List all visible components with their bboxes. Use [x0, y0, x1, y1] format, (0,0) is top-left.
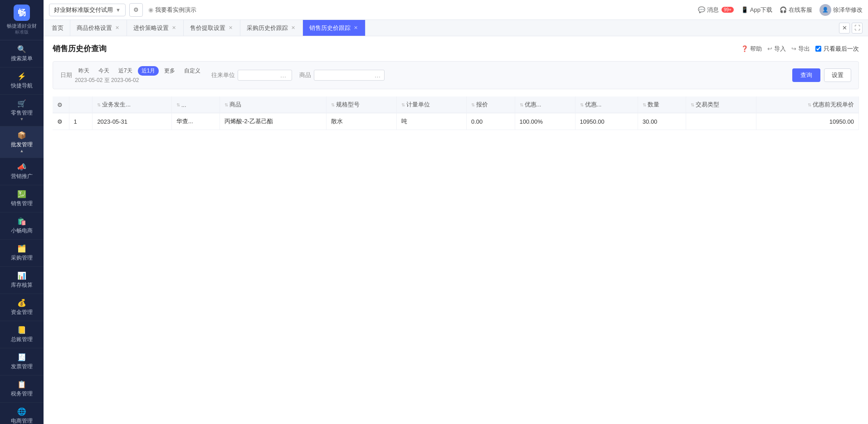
th-bizdate[interactable]: ⇅ 业务发生...: [93, 96, 171, 113]
product-label: 商品: [299, 71, 311, 79]
sidebar-item-finance[interactable]: 💰 资金管理: [0, 294, 44, 321]
logo-icon: 畅: [14, 5, 30, 21]
th-discount1[interactable]: ⇅ 优惠...: [515, 96, 575, 113]
sidebar-item-invoice[interactable]: 🧾 发票管理: [0, 348, 44, 376]
gear-icon[interactable]: ⚙: [57, 101, 63, 108]
sort-icon: ⇅: [580, 102, 584, 107]
last-once-checkbox[interactable]: [815, 46, 821, 52]
product-dots-button[interactable]: …: [374, 72, 380, 79]
query-button[interactable]: 查询: [792, 68, 820, 82]
th-discount2[interactable]: ⇅ 优惠...: [575, 96, 638, 113]
th-num: [69, 96, 93, 113]
help-label: 帮助: [750, 45, 762, 53]
service-button[interactable]: 🎧 在线客服: [780, 6, 812, 14]
sidebar-item-label: 电商管理: [11, 417, 33, 424]
th-more-label: ...: [181, 101, 186, 108]
mini-icon: 🛍️: [17, 217, 26, 226]
last-once-checkbox-label[interactable]: 只看最后一次: [815, 45, 859, 53]
filter-actions: 查询 设置: [792, 68, 851, 82]
filter-source-group: 往来单位 …: [211, 70, 292, 81]
tab-strategy[interactable]: 进价策略设置 ✕: [127, 20, 184, 36]
sidebar-item-marketing[interactable]: 📣 营销推广: [0, 158, 44, 185]
sidebar-item-wholesale[interactable]: 📦 批发管理 ▲: [0, 126, 44, 158]
source-input[interactable]: [242, 72, 278, 78]
date-chip-today[interactable]: 今天: [95, 66, 113, 76]
sidebar-item-retail[interactable]: 🛒 零售管理 ▼: [0, 95, 44, 126]
th-more[interactable]: ⇅ ...: [171, 96, 219, 113]
sidebar-item-inventory[interactable]: 📊 库存核算: [0, 267, 44, 294]
sidebar-item-search[interactable]: 🔍 搜索菜单: [0, 40, 44, 67]
sort-icon: ⇅: [224, 102, 228, 107]
th-spec[interactable]: ⇅ 规格型号: [327, 96, 396, 113]
th-qty[interactable]: ⇅ 数量: [638, 96, 686, 113]
tab-saleshist[interactable]: 销售历史价跟踪 ✕: [303, 20, 366, 36]
td-txtype: [686, 113, 756, 130]
sidebar-item-label: 采购管理: [11, 254, 33, 262]
data-table: ⚙ ⇅ 业务发生... ⇅ ...: [53, 96, 859, 130]
topbar-demo[interactable]: ◉ 我要看实例演示: [148, 6, 196, 14]
topbar-dropdown[interactable]: 好业财标准版交付试用 ▼: [49, 4, 126, 16]
th-unit-label: 计量单位: [406, 101, 430, 109]
wholesale-icon: 📦: [17, 131, 26, 140]
tab-close-icon[interactable]: ✕: [171, 25, 177, 31]
date-chip-1month[interactable]: 近1月: [138, 66, 159, 76]
product-input[interactable]: [318, 72, 372, 78]
sort-icon: ⇅: [643, 102, 646, 107]
sidebar-item-label: 小畅电商: [11, 227, 33, 235]
td-product: 丙烯酸-2-乙基己酯: [220, 113, 327, 130]
user-menu[interactable]: 👤 徐泽华修改: [819, 4, 863, 16]
sidebar-item-sales[interactable]: 💹 销售管理: [0, 185, 44, 212]
date-chip-7days[interactable]: 近7天: [115, 66, 136, 76]
date-chip-more[interactable]: 更多: [161, 66, 179, 76]
sidebar-item-mini[interactable]: 🛍️ 小畅电商: [0, 212, 44, 240]
settings-button[interactable]: 设置: [824, 68, 851, 82]
sidebar-item-ecom[interactable]: 🌐 电商管理: [0, 403, 44, 424]
th-pretax[interactable]: ⇅ 优惠前无税单价: [756, 96, 858, 113]
close-window-button[interactable]: ✕: [839, 23, 850, 34]
sidebar-item-tax[interactable]: 📋 税务管理: [0, 376, 44, 403]
td-qty: 30.00: [638, 113, 686, 130]
app-download-button[interactable]: 📱 App下载: [741, 6, 772, 14]
source-label: 往来单位: [211, 71, 235, 79]
filter-product-group: 商品 …: [299, 70, 385, 81]
date-chip-yesterday[interactable]: 昨天: [75, 66, 93, 76]
tab-close-icon[interactable]: ✕: [114, 25, 120, 31]
th-txtype[interactable]: ⇅ 交易类型: [686, 96, 756, 113]
tab-close-icon[interactable]: ✕: [227, 25, 234, 31]
app-label: App下载: [750, 6, 772, 14]
import-label: 导入: [774, 45, 786, 53]
page-title: 销售历史价查询: [53, 43, 107, 54]
td-gear[interactable]: ⚙: [53, 113, 69, 130]
tab-purchasehist[interactable]: 采购历史价跟踪 ✕: [240, 20, 303, 36]
topbar-gear-button[interactable]: ⚙: [129, 3, 143, 17]
tab-close-icon[interactable]: ✕: [290, 25, 296, 31]
purchase-icon: 🗂️: [17, 244, 26, 253]
tab-close-icon[interactable]: ✕: [352, 25, 359, 31]
tab-saleprice[interactable]: 售价提取设置 ✕: [184, 20, 240, 36]
td-spec: 散水: [327, 113, 396, 130]
message-button[interactable]: 💬 消息 99+: [698, 6, 734, 14]
sidebar-item-label: 发票管理: [11, 363, 33, 371]
page-actions: ❓ 帮助 ↩ 导入 ↪ 导出 只看最后一次: [741, 45, 859, 53]
th-unit[interactable]: ⇅ 计量单位: [396, 96, 466, 113]
sidebar-item-purchase[interactable]: 🗂️ 采购管理: [0, 240, 44, 267]
source-dots-button[interactable]: …: [280, 72, 286, 79]
td-discount2: 10950.00: [575, 113, 638, 130]
export-button[interactable]: ↪ 导出: [791, 45, 810, 53]
tab-home[interactable]: 首页: [45, 20, 70, 36]
tab-price[interactable]: 商品价格设置 ✕: [70, 20, 127, 36]
sidebar-item-quicknav[interactable]: ⚡ 快捷导航: [0, 67, 44, 95]
avatar: 👤: [819, 4, 831, 16]
expand-button[interactable]: ⛶: [852, 23, 863, 34]
import-button[interactable]: ↩ 导入: [767, 45, 786, 53]
th-pretax-label: 优惠前无税单价: [813, 101, 854, 109]
date-chip-custom[interactable]: 自定义: [180, 66, 204, 76]
sidebar-item-label: 总账管理: [11, 336, 33, 343]
th-product[interactable]: ⇅ 商品: [220, 96, 327, 113]
td-pretax: 10950.00: [756, 113, 858, 130]
sidebar-item-ledger[interactable]: 📒 总账管理: [0, 321, 44, 348]
tab-label: 首页: [52, 24, 63, 32]
help-button[interactable]: ❓ 帮助: [741, 45, 762, 53]
last-once-label: 只看最后一次: [824, 45, 859, 53]
th-price[interactable]: ⇅ 报价: [466, 96, 515, 113]
